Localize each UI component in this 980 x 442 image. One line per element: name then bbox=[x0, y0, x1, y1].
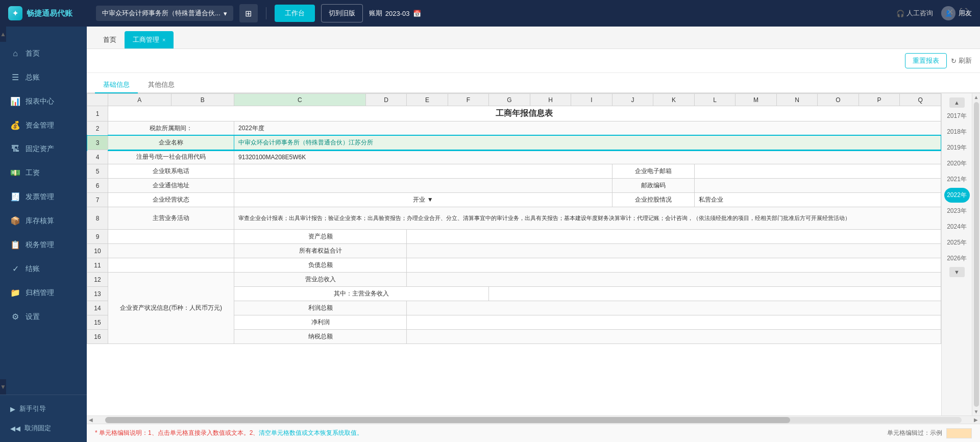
cell-status-value[interactable]: 开业 ▼ bbox=[234, 193, 612, 207]
sub-tab-basic[interactable]: 基础信息 bbox=[95, 77, 138, 93]
cell-net-profit-value[interactable] bbox=[407, 315, 941, 330]
sidebar-label-assets: 固定资产 bbox=[26, 144, 54, 154]
sidebar-label-archive: 归档管理 bbox=[26, 288, 54, 298]
cell-email-label: 企业电子邮箱 bbox=[612, 164, 694, 179]
cell-main-revenue-value[interactable] bbox=[489, 287, 941, 301]
cell-assets-value[interactable] bbox=[407, 230, 941, 244]
refresh-button[interactable]: ↻ 刷新 bbox=[951, 56, 972, 65]
row-num-11: 11 bbox=[87, 258, 108, 273]
cell-regnum-label: 注册号/统一社会信用代码 bbox=[108, 150, 234, 164]
row-num-12: 12 bbox=[87, 273, 108, 287]
spreadsheet-container[interactable]: A B C D E F G H I J K L M bbox=[87, 93, 941, 415]
cell-business-value[interactable]: 审查企业会计报表；出具审计报告；验证企业资本；出具验资报告；办理企业合开、分立、… bbox=[234, 207, 941, 230]
sidebar-item-archive[interactable]: 📁 归档管理 bbox=[0, 281, 87, 305]
vertical-scrollbar[interactable]: ▲ ▼ bbox=[972, 93, 980, 415]
cell-phone-value[interactable] bbox=[234, 164, 612, 179]
scroll-up-icon[interactable]: ▲ bbox=[974, 94, 979, 100]
year-2023[interactable]: 2023年 bbox=[944, 204, 970, 218]
separator bbox=[266, 7, 266, 19]
cell-liabilities-value[interactable] bbox=[407, 258, 941, 273]
year-2017[interactable]: 2017年 bbox=[944, 109, 970, 124]
year-2024[interactable]: 2024年 bbox=[944, 219, 970, 234]
cell-gross-profit-value[interactable] bbox=[407, 301, 941, 315]
sidebar-item-settings[interactable]: ⚙ 设置 bbox=[0, 305, 87, 329]
sidebar-item-funds[interactable]: 💰 资金管理 bbox=[0, 113, 87, 137]
scroll-down-icon[interactable]: ▼ bbox=[974, 409, 979, 414]
refresh-icon: ↻ bbox=[951, 57, 957, 65]
service-button[interactable]: 🎧 人工咨询 bbox=[896, 9, 933, 18]
sidebar-item-invoices[interactable]: 🧾 发票管理 bbox=[0, 185, 87, 209]
sidebar-item-close-account[interactable]: ✓ 结账 bbox=[0, 257, 87, 281]
year-2022[interactable]: 2022年 bbox=[944, 188, 970, 203]
sub-tab-other[interactable]: 其他信息 bbox=[140, 77, 183, 93]
year-2019[interactable]: 2019年 bbox=[944, 140, 970, 155]
year-up-icon[interactable]: ▲ bbox=[949, 97, 965, 108]
horizontal-scrollbar[interactable]: ◀ ▶ bbox=[87, 415, 980, 424]
workbench-button[interactable]: 工作台 bbox=[275, 5, 315, 22]
scroll-left-icon[interactable]: ◀ bbox=[87, 417, 95, 423]
cell-postcode-label: 邮政编码 bbox=[612, 179, 694, 193]
reset-report-button[interactable]: 重置报表 bbox=[905, 53, 947, 68]
cell-ownership-value[interactable]: 私营企业 bbox=[694, 193, 941, 207]
cell-company-value[interactable]: 中审众环会计师事务所（特殊普通合伙）江苏分所 bbox=[234, 136, 941, 150]
year-2018[interactable]: 2018年 bbox=[944, 125, 970, 139]
old-version-button[interactable]: 切到旧版 bbox=[321, 4, 363, 22]
scroll-down-icon[interactable]: ▼ bbox=[0, 381, 8, 392]
row-num-5: 5 bbox=[87, 164, 108, 179]
sidebar-item-inventory[interactable]: 📦 库存核算 bbox=[0, 209, 87, 233]
scroll-thumb[interactable] bbox=[974, 102, 979, 407]
year-2021[interactable]: 2021年 bbox=[944, 172, 970, 187]
tab-close-icon[interactable]: × bbox=[162, 37, 165, 43]
sidebar-item-unpin[interactable]: ◀◀ 取消固定 bbox=[0, 419, 87, 438]
table-row: 10 所有者权益合计 bbox=[87, 244, 941, 258]
calendar-icon[interactable]: 📅 bbox=[413, 10, 421, 17]
sidebar-label-close: 结账 bbox=[26, 264, 40, 274]
cell-company-label[interactable]: 企业名称 bbox=[108, 136, 234, 150]
year-sidebar: ▲ 2017年 2018年 2019年 2020年 2021年 2022年 20… bbox=[941, 93, 972, 415]
sidebar-item-guide[interactable]: ▶ 新手引导 bbox=[0, 399, 87, 419]
row-num-9: 9 bbox=[87, 230, 108, 244]
tab-business-admin[interactable]: 工商管理 × bbox=[125, 31, 174, 48]
sidebar-item-reports[interactable]: 📊 报表中心 bbox=[0, 89, 87, 113]
h-scroll-track[interactable] bbox=[105, 417, 962, 423]
h-scroll-thumb[interactable] bbox=[105, 417, 790, 423]
cell-period-value[interactable]: 2022年度 bbox=[234, 121, 941, 136]
scroll-up-icon[interactable]: ▲ bbox=[0, 29, 8, 40]
sidebar-item-general-ledger[interactable]: ☰ 总账 bbox=[0, 65, 87, 89]
row-num-3: 3 bbox=[87, 136, 108, 150]
year-2020[interactable]: 2020年 bbox=[944, 156, 970, 171]
tab-home[interactable]: 首页 bbox=[95, 31, 125, 48]
cell-regnum-value[interactable]: 91320100MA208E5W6K bbox=[234, 150, 941, 164]
period-value: 2023-03 bbox=[385, 10, 410, 17]
cell-title[interactable]: 工商年报信息表 bbox=[108, 106, 941, 121]
table-row: 4 注册号/统一社会信用代码 91320100MA208E5W6K bbox=[87, 150, 941, 164]
assets-icon: 🏗 bbox=[10, 144, 20, 154]
scroll-right-icon[interactable]: ▶ bbox=[972, 417, 980, 423]
year-2025[interactable]: 2025年 bbox=[944, 235, 970, 250]
company-settings-icon[interactable]: ⊞ bbox=[239, 4, 258, 22]
cell-address-value[interactable] bbox=[234, 179, 612, 193]
sidebar-scroll-up[interactable]: ▲ bbox=[0, 27, 6, 42]
sidebar-item-salary[interactable]: 💵 工资 bbox=[0, 161, 87, 185]
cell-revenue-value[interactable] bbox=[407, 273, 941, 287]
app-name: 畅捷通易代账 bbox=[27, 9, 72, 18]
sidebar-label-inventory: 库存核算 bbox=[26, 216, 54, 226]
cell-email-value[interactable] bbox=[694, 164, 941, 179]
cell-tax-value[interactable] bbox=[407, 330, 941, 344]
sidebar-item-tax[interactable]: 📋 税务管理 bbox=[0, 233, 87, 257]
row-num-2: 2 bbox=[87, 121, 108, 136]
cell-equity-value[interactable] bbox=[407, 244, 941, 258]
report-icon: 📊 bbox=[10, 96, 20, 106]
sidebar-item-home[interactable]: ⌂ 首页 bbox=[0, 42, 87, 65]
cell-revenue-label: 营业总收入 bbox=[234, 273, 407, 287]
sidebar-label-tax: 税务管理 bbox=[26, 240, 54, 250]
year-down-icon[interactable]: ▼ bbox=[949, 267, 965, 277]
cell-postcode-value[interactable] bbox=[694, 179, 941, 193]
hint-highlight: 清空单元格数值或文本恢复系统取值。 bbox=[259, 429, 363, 436]
sidebar-item-fixed-assets[interactable]: 🏗 固定资产 bbox=[0, 137, 87, 161]
sidebar-scroll-down[interactable]: ▼ bbox=[0, 379, 6, 395]
company-selector[interactable]: 中审众环会计师事务所（特殊普通合伙... ▾ bbox=[96, 6, 233, 21]
corner-cell bbox=[87, 94, 108, 106]
year-2026[interactable]: 2026年 bbox=[944, 251, 970, 266]
col-f: F bbox=[448, 94, 489, 106]
